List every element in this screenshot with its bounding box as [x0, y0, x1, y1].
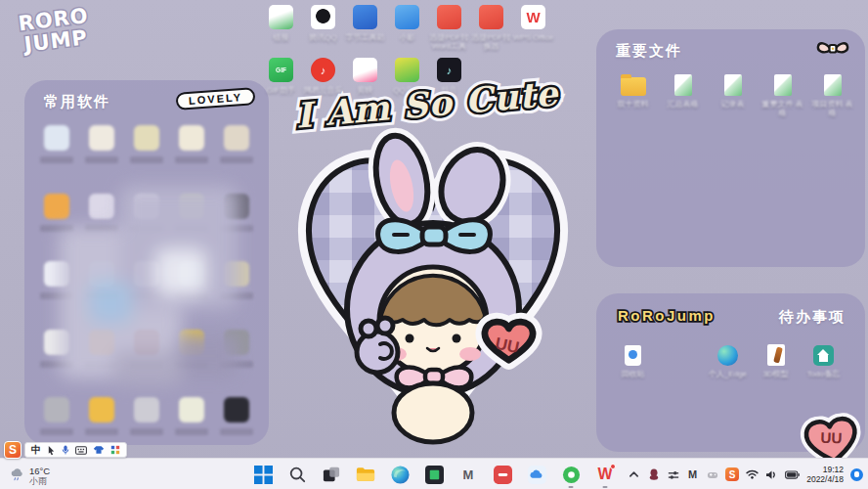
todo-shortcut-tool[interactable]: 3D模型 — [753, 344, 799, 378]
blurred-app-shortcut[interactable] — [175, 192, 208, 234]
taskbar-start-icon[interactable] — [252, 464, 274, 485]
file-shortcut-doc[interactable]: 重要文件 表格 — [760, 74, 805, 117]
blurred-app-shortcut[interactable] — [220, 192, 253, 234]
gif-icon: GIF — [269, 58, 293, 82]
blurred-app-shortcut[interactable] — [220, 123, 253, 165]
keyboard-icon[interactable] — [75, 446, 87, 455]
blurred-app-shortcut[interactable] — [175, 123, 208, 165]
desktop-shortcut-doc-green[interactable]: 链接 — [260, 5, 302, 42]
blurred-app-shortcut[interactable] — [85, 395, 118, 437]
blurred-app-label — [85, 361, 118, 368]
tray-wifi-icon[interactable] — [746, 469, 759, 479]
blurred-app-shortcut[interactable] — [40, 259, 73, 301]
tray-gamepad-icon[interactable] — [706, 469, 718, 480]
blurred-app-shortcut[interactable] — [220, 328, 253, 370]
taskbar-greenapp-icon[interactable] — [560, 464, 582, 485]
bunny-heart-illustration: UU — [284, 125, 583, 450]
taskbar-search-icon[interactable] — [286, 464, 308, 485]
blurred-app-label — [175, 428, 208, 435]
running-indicator — [569, 486, 574, 489]
taskbar-cloud-icon[interactable] — [526, 464, 547, 485]
blurred-app-shortcut[interactable] — [130, 328, 163, 370]
taskbar-explorer-icon[interactable] — [355, 464, 376, 485]
blurred-app-shortcut[interactable] — [85, 259, 118, 301]
blurred-app-icon — [179, 261, 204, 287]
taskbar-appdark-icon[interactable] — [423, 464, 445, 485]
file-shortcut-folder[interactable]: 双十资料 — [610, 74, 656, 117]
chinese-mode-icon[interactable]: 中 — [31, 445, 41, 455]
file-shortcut-doc[interactable]: 项目资料 表格 — [809, 74, 855, 117]
blurred-app-shortcut[interactable] — [220, 259, 253, 301]
tray-chevron-up-icon[interactable] — [628, 470, 640, 478]
tray-volume-icon[interactable] — [765, 469, 778, 480]
desktop-shortcut-wps[interactable]: WWPS Office — [512, 5, 554, 42]
desktop-shortcut-gif[interactable]: GIFGIF助手 — [260, 58, 302, 95]
blurred-app-shortcut[interactable] — [40, 395, 73, 437]
blurred-app-shortcut[interactable] — [175, 395, 208, 437]
system-tray: MS 19:12 2022/4/18 — [628, 459, 863, 489]
file-shortcut-label: 项目资料 表格 — [809, 100, 855, 117]
taskbar-wps-icon[interactable]: W — [594, 464, 616, 485]
blurred-app-shortcut[interactable] — [85, 328, 118, 370]
taskbar-edge-icon[interactable] — [389, 464, 411, 485]
taskbar: 16°C 小雨 MW MS 19:12 2022/4/18 — [0, 458, 868, 489]
blurred-app-icon — [179, 330, 204, 355]
todo-shortcut-recycle[interactable]: 回收站 — [610, 345, 656, 378]
sogou-logo-icon[interactable]: S — [4, 441, 22, 459]
toolbox-grid-icon[interactable] — [110, 445, 120, 455]
blurred-app-icon — [224, 397, 249, 422]
desktop-shortcut-netease[interactable]: ♪网易云音乐 — [302, 58, 344, 95]
recycle-icon — [625, 345, 641, 366]
common-software-panel: 常用软件 LOVELY — [24, 80, 269, 445]
todo-shortcut-label: Todo备忘 — [807, 370, 840, 378]
blurred-app-icon — [134, 125, 159, 151]
desktop-shortcut-blue-cam[interactable]: 小影 — [386, 5, 428, 42]
tray-battery-icon[interactable] — [785, 470, 800, 479]
blurred-app-label — [175, 156, 208, 163]
cursor-icon[interactable] — [47, 445, 56, 456]
red-pdf-icon — [437, 5, 461, 29]
blurred-app-shortcut[interactable] — [40, 192, 73, 234]
taskbar-redapp-icon[interactable] — [492, 464, 513, 485]
blurred-app-label — [130, 225, 163, 232]
blurred-app-shortcut[interactable] — [175, 328, 208, 370]
desktop-shortcut-qq[interactable]: 腾讯QQ — [302, 5, 344, 42]
blurred-app-shortcut[interactable] — [85, 123, 118, 165]
tool-icon — [767, 344, 785, 366]
blurred-app-shortcut[interactable] — [40, 123, 73, 165]
mic-icon[interactable] — [62, 444, 69, 456]
desktop-shortcut-blue-tool[interactable]: 字节工具箱 — [344, 5, 386, 42]
taskbar-clock[interactable]: 19:12 2022/4/18 — [806, 465, 844, 484]
todo-shortcut-edge2[interactable]: 个人_Edge — [705, 345, 751, 378]
blurred-app-shortcut[interactable] — [130, 123, 163, 165]
desktop-shortcut-red-pdf[interactable]: 迅捷PDF转Word工具 — [428, 5, 470, 51]
taskbar-mword-icon[interactable]: M — [457, 464, 479, 485]
blurred-app-shortcut[interactable] — [40, 328, 73, 370]
file-shortcut-label: 记录表 — [721, 100, 745, 109]
tray-sogou-icon[interactable]: S — [725, 467, 739, 481]
blurred-app-icon — [44, 194, 69, 219]
file-shortcut-label: 重要文件 表格 — [760, 100, 805, 117]
desktop-shortcut-red-pdf2[interactable]: 迅捷PDF转换器 — [470, 5, 512, 51]
blurred-app-label — [40, 428, 73, 435]
blurred-app-shortcut[interactable] — [175, 259, 208, 301]
blurred-app-label — [220, 292, 253, 299]
notification-badge[interactable] — [850, 468, 863, 481]
tray-m-app-icon[interactable]: M — [686, 468, 699, 480]
blurred-app-shortcut[interactable] — [85, 192, 118, 234]
paw — [357, 318, 398, 373]
taskbar-taskview-icon[interactable] — [321, 464, 342, 485]
blurred-app-shortcut[interactable] — [130, 192, 163, 234]
skin-icon[interactable] — [93, 445, 105, 455]
blurred-app-shortcut[interactable] — [130, 395, 163, 437]
file-shortcut-doc[interactable]: 汇总表格 — [660, 74, 706, 117]
todo-shortcut-home[interactable]: Todo备忘 — [801, 345, 846, 378]
netease-icon: ♪ — [311, 58, 335, 82]
blurred-app-shortcut[interactable] — [220, 395, 253, 437]
tray-sliders-icon[interactable] — [667, 469, 679, 480]
tray-qq-tray-icon[interactable] — [647, 468, 660, 480]
doc-green-icon — [269, 5, 293, 29]
todo-row: 回收站个人_Edge3D模型Todo备忘 — [610, 344, 848, 378]
file-shortcut-doc[interactable]: 记录表 — [710, 74, 756, 117]
blurred-app-shortcut[interactable] — [130, 259, 163, 301]
